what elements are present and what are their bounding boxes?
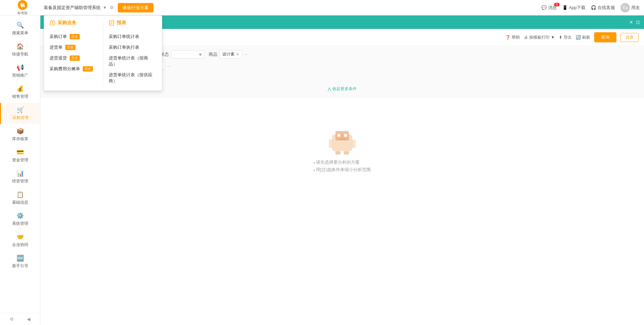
sidebar-item-quick-nav[interactable]: 🏠 快捷导航	[0, 39, 40, 60]
voucher-status-select[interactable]	[171, 50, 205, 58]
sidebar-bottom: ⚙ ◀	[0, 313, 40, 325]
sidebar-item-funds[interactable]: 💳 资金管理	[0, 145, 40, 166]
system-icon: ⚙️	[16, 212, 24, 219]
logo-area: 畅 标准版	[4, 0, 41, 15]
menu-item-label: 采购订单执行表	[109, 44, 139, 50]
empty-illustration	[325, 124, 359, 155]
sidebar-item-label: 营销推广	[12, 73, 28, 78]
sidebar-item-beginner[interactable]: 🆕 新手引导	[0, 251, 40, 272]
industry-btn[interactable]: 体验行业方案	[118, 3, 153, 12]
empty-hint-1: 请先选择要分析的方案	[314, 159, 371, 166]
messages-btn[interactable]: 💬 消息 9	[541, 5, 557, 11]
svg-point-5	[344, 134, 347, 137]
sidebar-item-enterprise[interactable]: 🤝 企业协同	[0, 230, 40, 251]
collapse-up-icon: ⋀	[328, 87, 331, 91]
svg-rect-10	[344, 151, 349, 155]
export-btn[interactable]: ⬆ 导出	[559, 35, 572, 40]
tab-expand-icon[interactable]: ⊡	[636, 19, 640, 25]
history-badge-4: 历史	[83, 66, 93, 72]
top-nav: 畅 标准版 装备及固定资产辅助管理系统 ▼ ⚙ 体验行业方案 💬 消息 9 📱 …	[0, 0, 644, 15]
refresh-label: 刷新	[582, 35, 590, 40]
purchase-dropdown-menu: 采购业务 采购订单 历史 进货单 历史 进货退货 历史 采购费用分摊单 历史	[44, 15, 162, 91]
menu-item-label: 进货单	[49, 44, 63, 50]
sidebar-item-label: 库存核算	[12, 136, 28, 142]
system-dropdown-icon[interactable]: ▼	[103, 5, 107, 10]
logo-text: 标准版	[17, 11, 28, 15]
sidebar-settings-icon[interactable]: ⚙	[10, 317, 14, 322]
menu-item-purchase-order-exec[interactable]: 采购订单执行表	[109, 42, 157, 53]
avatar: Ea	[620, 3, 630, 12]
sidebar-item-sales[interactable]: 💰 销售管理	[0, 82, 40, 103]
sidebar-item-label: 资金管理	[12, 157, 28, 163]
print-dropdown-icon[interactable]: ▼	[551, 35, 555, 40]
menu-item-label: 采购订单	[49, 34, 67, 40]
menu-item-return[interactable]: 进货退货 历史	[49, 53, 98, 64]
menu-item-label: 采购费用分摊单	[49, 66, 80, 72]
marketing-icon: 📢	[16, 64, 24, 71]
menu-item-cost-alloc[interactable]: 采购费用分摊单 历史	[49, 64, 98, 74]
user-btn[interactable]: Ea 用友	[620, 3, 640, 12]
print-btn[interactable]: 🖨 按模板打印 ▼	[524, 35, 555, 40]
sidebar-item-label: 基础信息	[12, 200, 28, 205]
menu-item-label: 进货单统计表（按供应商）	[109, 72, 157, 84]
logo-icon: 畅	[17, 0, 28, 10]
svg-text:畅: 畅	[20, 2, 25, 8]
menu-item-incoming-by-supplier[interactable]: 进货单统计表（按供应商）	[109, 70, 157, 86]
top-nav-right: 💬 消息 9 📱 App下载 🎧 在线客服 Ea 用友	[541, 3, 640, 12]
goods-tag: 设计素 ✕	[219, 50, 242, 58]
sidebar-item-label: 销售管理	[12, 94, 28, 99]
basic-info-icon: 📋	[16, 191, 24, 198]
beginner-icon: 🆕	[16, 254, 24, 262]
home-icon: 🏠	[16, 43, 24, 50]
reports-section-label: 报表	[117, 20, 126, 26]
sidebar-item-basic-info[interactable]: 📋 基础信息	[0, 188, 40, 209]
sidebar-collapse-icon[interactable]: ◀	[27, 317, 30, 322]
menu-item-incoming-by-goods[interactable]: 进货单统计表（按商品）	[109, 53, 157, 70]
tab-close-all-icon[interactable]: ✕	[629, 19, 633, 25]
purchase-section-title: 采购业务	[49, 20, 98, 28]
online-service-btn[interactable]: 🎧 在线客服	[591, 5, 615, 11]
menu-item-purchase-order[interactable]: 采购订单 历史	[49, 31, 98, 42]
goods-filter-label: 商品	[209, 51, 217, 57]
menu-item-purchase-order-stats[interactable]: 采购订单统计表	[109, 31, 157, 42]
voucher-status-select-wrap: ▼	[171, 50, 205, 58]
settings-btn[interactable]: 设置	[620, 33, 639, 42]
menu-item-label: 进货退货	[49, 55, 67, 61]
online-service-label: 在线客服	[598, 5, 615, 11]
svg-rect-8	[352, 139, 356, 148]
headset-icon: 🎧	[591, 5, 596, 10]
sidebar-item-marketing[interactable]: 📢 营销推广	[0, 60, 40, 82]
empty-hint-2: 用[过滤]条件来缩小分析范围	[314, 166, 371, 173]
app-download-btn[interactable]: 📱 App下载	[562, 5, 585, 11]
query-btn[interactable]: 查询	[594, 32, 616, 42]
goods-more-icon[interactable]: ···	[244, 52, 248, 57]
purchase-section-label: 采购业务	[58, 20, 76, 26]
user-label: 用友	[631, 5, 640, 11]
app-download-label: App下载	[569, 5, 585, 11]
tab-bar-actions: ✕ ⊡	[629, 19, 644, 25]
reports-section-title: 报表	[109, 20, 157, 28]
refresh-btn[interactable]: 🔄 刷新	[576, 35, 590, 40]
goods-tag-close[interactable]: ✕	[236, 52, 239, 57]
sidebar-item-label: 快捷导航	[12, 51, 28, 57]
svg-point-4	[337, 134, 341, 137]
sidebar-item-label: 搜索菜单	[12, 30, 28, 36]
search-icon: 🔍	[16, 22, 24, 29]
sidebar-item-operations[interactable]: 📊 经营管理	[0, 166, 40, 188]
enterprise-icon: 🤝	[16, 233, 24, 241]
sidebar-item-search[interactable]: 🔍 搜索菜单	[0, 18, 40, 39]
salesman-more-icon[interactable]: ···	[167, 64, 171, 69]
menu-item-incoming[interactable]: 进货单 历史	[49, 42, 98, 53]
sidebar-item-label: 新手引导	[12, 263, 28, 269]
messages-badge: 9	[554, 3, 560, 6]
sidebar-item-label: 经营管理	[12, 178, 28, 184]
menu-item-label: 进货单统计表（按商品）	[109, 55, 157, 67]
sidebar-item-inventory[interactable]: 📦 库存核算	[0, 124, 40, 145]
reports-menu-section: 报表 采购订单统计表 采购订单执行表 进货单统计表（按商品） 进货单统计表（按供…	[103, 20, 162, 86]
svg-rect-9	[335, 151, 341, 155]
sidebar-item-system[interactable]: ⚙️ 系统管理	[0, 209, 40, 230]
help-btn[interactable]: ❓ 帮助	[505, 35, 520, 40]
system-settings-icon[interactable]: ⚙	[110, 5, 114, 10]
sidebar-item-label: 企业协同	[12, 242, 28, 248]
sidebar-item-purchase[interactable]: 🛒 采购管理	[0, 103, 40, 124]
